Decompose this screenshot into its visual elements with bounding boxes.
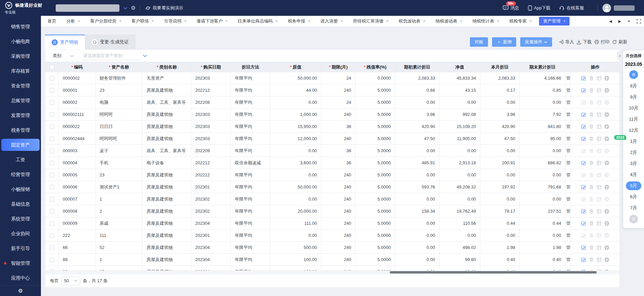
month-item-11月[interactable]: 11月 xyxy=(623,114,644,125)
sidebar-item-销售管理[interactable]: 销售管理 xyxy=(0,19,41,34)
row-checkbox[interactable] xyxy=(50,197,54,202)
sidebar-item-库存核算[interactable]: 库存核算 xyxy=(0,64,41,78)
month-item-9月[interactable]: 9月 xyxy=(623,91,644,102)
row-checkbox[interactable] xyxy=(50,185,54,189)
tab-进入清册[interactable]: 进入清册× xyxy=(318,17,345,26)
tab-往来单位商品编码[interactable]: 往来单位商品编码× xyxy=(235,17,280,26)
batch-actions-button[interactable]: 批量操作 xyxy=(520,37,552,47)
row-checkbox[interactable] xyxy=(50,233,54,238)
print-button[interactable]: 打印 xyxy=(594,39,609,45)
forward-icon[interactable]: ▶ xyxy=(615,18,624,25)
tab-税务申报[interactable]: 税务申报× xyxy=(285,17,313,26)
tab-close-icon[interactable]: × xyxy=(275,19,278,24)
trash-icon[interactable] xyxy=(589,76,594,81)
subtab-变更·生成凭证[interactable]: 变更·生成凭证 xyxy=(85,35,136,49)
trash-icon[interactable] xyxy=(589,185,594,189)
row-checkbox[interactable] xyxy=(50,76,54,81)
edit-icon[interactable] xyxy=(581,88,586,93)
voucher-icon[interactable] xyxy=(597,124,601,129)
edit-icon[interactable] xyxy=(581,245,586,250)
trash-icon[interactable] xyxy=(589,257,594,262)
tab-close-icon[interactable]: × xyxy=(563,19,566,24)
tab-首页[interactable]: 首页 xyxy=(45,17,59,26)
print-icon[interactable] xyxy=(604,76,609,81)
trash-icon[interactable] xyxy=(589,88,594,93)
edit-icon[interactable] xyxy=(581,209,586,214)
sidebar-settings[interactable]: ⚙ xyxy=(0,285,41,296)
tab-邀请下游客户[interactable]: 邀请下游客户× xyxy=(194,17,230,26)
tab-close-icon[interactable]: × xyxy=(386,19,388,24)
sidebar-item-发票管理[interactable]: 发票管理 xyxy=(0,108,41,123)
collapse-icon[interactable]: » xyxy=(617,51,623,59)
trash-icon[interactable] xyxy=(589,245,594,250)
dbl-chevron-down-icon[interactable] xyxy=(629,215,638,223)
tab-引导说明[interactable]: 引导说明× xyxy=(161,17,189,26)
tab-close-icon[interactable]: × xyxy=(308,19,310,24)
trash-icon[interactable] xyxy=(589,209,594,214)
sidebar-item-企业协同[interactable]: 企业协同 xyxy=(0,226,41,241)
print-icon[interactable] xyxy=(604,221,609,226)
category-select[interactable]: 类别 xyxy=(53,53,74,59)
sidebar-item-税务管理[interactable]: 税务管理 xyxy=(0,123,41,137)
edit-icon[interactable] xyxy=(581,112,586,117)
tab-税检专家[interactable]: 税检专家× xyxy=(506,17,534,26)
tab-close-icon[interactable]: × xyxy=(340,19,343,24)
row-checkbox[interactable] xyxy=(50,136,54,141)
close-all-icon[interactable]: × xyxy=(624,18,633,25)
voucher-icon[interactable] xyxy=(597,112,601,117)
row-checkbox[interactable] xyxy=(50,100,54,105)
print-icon[interactable] xyxy=(604,124,609,129)
edit-icon[interactable] xyxy=(581,136,586,141)
voucher-icon[interactable] xyxy=(597,257,601,262)
tab-close-icon[interactable]: × xyxy=(119,19,121,24)
tab-纳税统计表[interactable]: 纳税统计表× xyxy=(470,17,502,26)
voucher-icon[interactable] xyxy=(597,76,601,81)
tab-close-icon[interactable]: × xyxy=(423,19,425,24)
print-icon[interactable] xyxy=(604,245,609,250)
edit-icon[interactable] xyxy=(581,76,586,81)
download-button[interactable]: 下载 xyxy=(577,39,592,45)
sidebar-item-新手引导[interactable]: 新手引导 xyxy=(0,241,41,256)
trash-icon[interactable] xyxy=(589,124,594,129)
reconcile-button[interactable]: 对账 xyxy=(470,37,488,47)
month-item-3月[interactable]: 3月 xyxy=(623,158,644,169)
print-icon[interactable] xyxy=(604,257,609,262)
print-icon[interactable] xyxy=(604,161,609,165)
tab-close-icon[interactable]: × xyxy=(225,19,228,24)
fullscreen-icon[interactable] xyxy=(633,18,644,25)
voucher-icon[interactable] xyxy=(597,209,601,214)
back-icon[interactable]: ◀ xyxy=(606,18,615,25)
sidebar-item-系统管理[interactable]: 系统管理 xyxy=(0,211,41,226)
edit-icon[interactable] xyxy=(581,221,586,226)
edit-icon[interactable] xyxy=(581,161,586,165)
select-all-checkbox[interactable] xyxy=(50,65,54,70)
tab-客户分层经营[interactable]: 客户分层经营× xyxy=(88,17,124,26)
print-icon[interactable] xyxy=(604,185,609,189)
print-icon[interactable] xyxy=(604,136,609,141)
gear-icon[interactable]: ⚙ xyxy=(131,5,136,11)
scrollbar-thumb[interactable] xyxy=(390,271,596,273)
row-checkbox[interactable] xyxy=(50,257,54,262)
chevron-down-icon[interactable] xyxy=(123,7,127,9)
month-item-2月[interactable]: 2月 xyxy=(623,147,644,158)
sidebar-item-应用中心[interactable]: 应用中心 xyxy=(0,270,41,285)
sidebar-item-工资[interactable]: 工资 xyxy=(0,152,41,167)
sidebar-item-总账管理[interactable]: 总账管理 xyxy=(0,93,41,108)
month-item-12月[interactable]: 12月 xyxy=(623,125,644,136)
row-checkbox[interactable] xyxy=(50,209,54,214)
tab-所得税汇算清缴[interactable]: 所得税汇算清缴× xyxy=(350,17,391,26)
demo-link[interactable]: 我要看实例演示 xyxy=(153,5,183,11)
month-item-1月[interactable]: 1月 xyxy=(623,136,644,147)
month-item-8月[interactable]: 8月 xyxy=(623,80,644,91)
tab-税负波动表[interactable]: 税负波动表× xyxy=(396,17,428,26)
row-checkbox[interactable] xyxy=(50,149,54,153)
subtab-资产明细[interactable]: 资产明细 xyxy=(45,35,85,49)
tab-close-icon[interactable]: × xyxy=(78,19,80,24)
sidebar-item-智能管理[interactable]: 智能管理 xyxy=(0,256,41,270)
trash-icon[interactable] xyxy=(589,112,594,117)
row-checkbox[interactable] xyxy=(50,112,54,117)
trash-icon[interactable] xyxy=(589,221,594,226)
tab-资产管理[interactable]: 资产管理× xyxy=(539,17,570,26)
dbl-chevron-up-icon[interactable] xyxy=(629,70,638,79)
tab-close-icon[interactable]: × xyxy=(529,19,532,24)
